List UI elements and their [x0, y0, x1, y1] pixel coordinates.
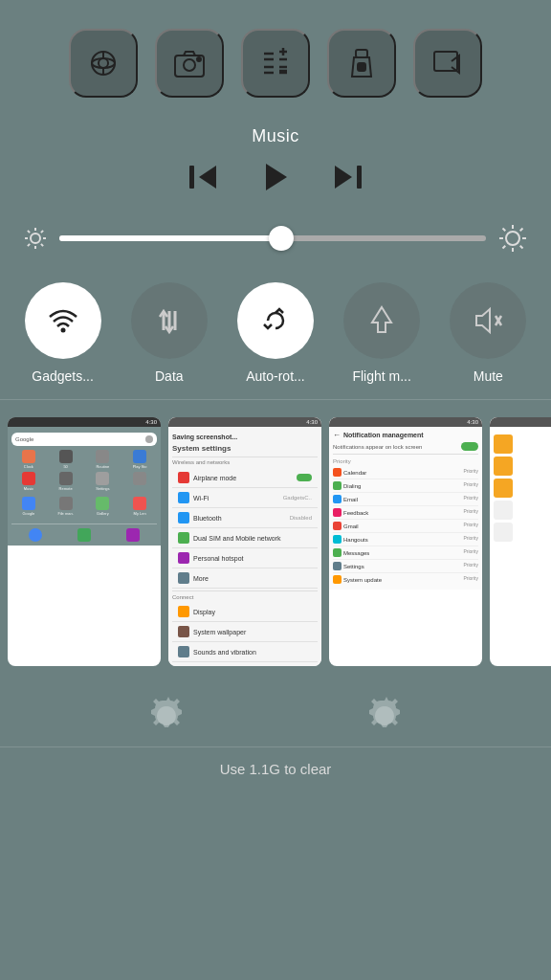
- svg-marker-48: [476, 309, 490, 332]
- gyroscope-icon: [86, 46, 121, 80]
- next-icon: [331, 160, 365, 194]
- brightness-control: [0, 213, 551, 273]
- svg-rect-22: [189, 166, 194, 189]
- mute-toggle-label: Mute: [474, 368, 503, 384]
- music-controls: [186, 160, 365, 194]
- flashlight-icon-btn[interactable]: [327, 29, 396, 98]
- autorotate-icon: [258, 303, 293, 338]
- play-button[interactable]: [258, 160, 293, 194]
- flight-toggle-label: Flight m...: [352, 368, 410, 384]
- recent-app-extra[interactable]: [490, 417, 551, 666]
- camera-icon-btn[interactable]: [155, 29, 224, 98]
- recent-apps-section: 4:30 Google Clock 50: [0, 417, 551, 685]
- toggle-data: Data: [121, 282, 217, 384]
- screenshot-icon: [430, 46, 465, 80]
- svg-point-1: [99, 58, 108, 68]
- toggle-autorotate: Auto-rot...: [228, 282, 323, 384]
- camera-icon: [172, 46, 207, 80]
- svg-rect-25: [357, 166, 362, 189]
- brightness-low-icon: [23, 226, 48, 251]
- screenshot-icon-btn[interactable]: [413, 29, 482, 98]
- flight-toggle-button[interactable]: [343, 282, 420, 359]
- svg-point-7: [197, 57, 201, 61]
- svg-line-31: [28, 231, 30, 233]
- flashlight-icon: [344, 46, 379, 80]
- autorotate-toggle-button[interactable]: [237, 282, 314, 359]
- clear-memory-bar[interactable]: Use 1.1G to clear: [0, 747, 551, 788]
- svg-point-26: [31, 234, 40, 243]
- flight-icon: [364, 303, 399, 338]
- wifi-toggle-label: Gadgets...: [32, 368, 94, 384]
- svg-line-33: [41, 231, 43, 233]
- toggle-flight: Flight m...: [334, 282, 430, 384]
- mute-toggle-button[interactable]: [450, 282, 526, 359]
- mute-icon: [471, 303, 505, 338]
- svg-line-41: [520, 246, 523, 249]
- prev-button[interactable]: [186, 160, 220, 194]
- clear-memory-label: Use 1.1G to clear: [220, 761, 332, 777]
- music-label: Music: [252, 126, 299, 146]
- svg-line-42: [520, 229, 523, 232]
- svg-line-34: [28, 244, 30, 246]
- quick-settings-toggles: Gadgets... Data Auto-rot...: [0, 273, 551, 384]
- brightness-high-icon: [497, 223, 528, 254]
- bottom-gear-row: [0, 685, 551, 746]
- gear-left-icon[interactable]: [142, 691, 191, 741]
- svg-line-40: [503, 229, 506, 232]
- svg-point-35: [506, 232, 519, 245]
- svg-marker-23: [266, 164, 287, 190]
- svg-point-44: [60, 328, 65, 333]
- svg-point-6: [184, 59, 195, 71]
- prev-icon: [186, 160, 220, 194]
- music-player: Music: [0, 117, 551, 213]
- svg-marker-24: [335, 166, 352, 189]
- svg-rect-19: [358, 63, 365, 71]
- svg-rect-18: [356, 50, 367, 57]
- next-button[interactable]: [331, 160, 365, 194]
- calculator-icon: [258, 46, 293, 80]
- play-icon: [258, 160, 293, 194]
- recent-app-notifications[interactable]: 4:30 ← Notification management Notificat…: [329, 417, 482, 666]
- svg-line-43: [503, 246, 506, 249]
- gear-right-icon[interactable]: [360, 691, 409, 741]
- data-toggle-label: Data: [155, 368, 184, 384]
- brightness-slider[interactable]: [59, 235, 486, 241]
- recent-app-home[interactable]: 4:30 Google Clock 50: [8, 417, 161, 666]
- svg-line-32: [41, 244, 43, 246]
- wifi-icon: [46, 303, 80, 338]
- quick-launch-bar: [0, 0, 551, 117]
- data-toggle-button[interactable]: [131, 282, 208, 359]
- svg-point-4: [92, 58, 115, 68]
- wifi-toggle-button[interactable]: [25, 282, 101, 359]
- data-icon: [152, 303, 187, 338]
- autorotate-toggle-label: Auto-rot...: [246, 368, 304, 384]
- gyroscope-icon-btn[interactable]: [69, 29, 138, 98]
- toggle-mute: Mute: [440, 282, 536, 384]
- svg-marker-21: [199, 166, 216, 189]
- recent-app-settings[interactable]: 4:30 Saving screenshot... System setting…: [168, 417, 321, 666]
- toggle-wifi: Gadgets...: [15, 282, 111, 384]
- calculator-icon-btn[interactable]: [241, 29, 310, 98]
